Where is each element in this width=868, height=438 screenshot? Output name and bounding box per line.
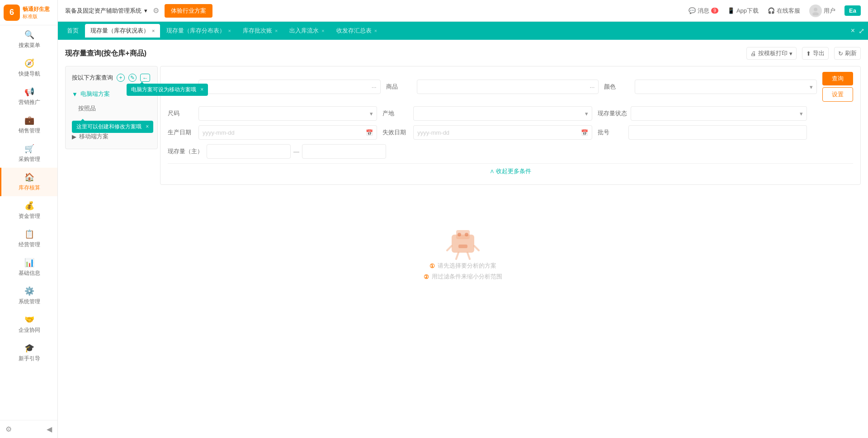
briefcase-icon: 💼	[24, 115, 34, 125]
page-header: 现存量查询(按仓库+商品) 🖨 按模板打印 ▾ ⬆ 导出 ↻ 刷新	[65, 47, 861, 60]
topbar-settings-icon[interactable]: ⚙	[153, 6, 159, 15]
tooltip1-arrow	[140, 80, 144, 84]
svg-point-0	[814, 8, 817, 11]
tooltip2-close-btn[interactable]: ×	[146, 123, 149, 130]
edit-scheme-btn[interactable]: ✎	[128, 74, 137, 82]
chevron-down-icon: ▾	[144, 7, 147, 14]
money-icon: 💰	[24, 201, 34, 211]
tab-close-icon-2[interactable]: ×	[228, 28, 231, 33]
graduation-icon: 🎓	[24, 343, 34, 353]
print-btn[interactable]: 🖨 按模板打印 ▾	[746, 47, 797, 60]
content-area: 现存量查询(按仓库+商品) 🖨 按模板打印 ▾ ⬆ 导出 ↻ 刷新	[58, 40, 868, 438]
system-selector[interactable]: 装备及固定资产辅助管理系统 ▾	[65, 7, 147, 15]
sidebar-item-system[interactable]: ⚙️ 系统管理	[0, 282, 57, 310]
sidebar-item-enterprise[interactable]: 🤝 企业协同	[0, 310, 57, 339]
filter-color: 颜色 ▾	[604, 80, 817, 94]
sidebar-item-guide[interactable]: 🎓 新手引导	[0, 339, 57, 367]
filter-row-2: 尺码 ▾ 产地 ▾	[168, 106, 853, 121]
filter-batch: 批号	[598, 125, 807, 140]
sidebar-item-sales[interactable]: 💼 销售管理	[0, 111, 57, 139]
svg-line-8	[474, 246, 479, 250]
stock-max-input[interactable]	[302, 144, 386, 159]
sidebar-item-operations[interactable]: 📋 经营管理	[0, 225, 57, 253]
chevron-right-icon: ▼	[72, 91, 78, 98]
headset-icon: 🎧	[768, 7, 775, 14]
dots-icon-goods: ···	[590, 84, 595, 90]
settings-icon[interactable]: ⚙	[5, 425, 12, 433]
svg-rect-6	[458, 245, 467, 248]
sidebar: 6 畅通好生意 标准版 🔍 搜索菜单 🧭 快捷导航 📢 营销推广 💼 销售管理 …	[0, 0, 58, 438]
color-select[interactable]: ▾	[635, 80, 817, 94]
production-date-input[interactable]: yyyy-mm-dd 📅	[198, 125, 377, 140]
reset-button[interactable]: 设置	[822, 87, 853, 102]
filter-production-date: 生产日期 yyyy-mm-dd 📅	[168, 125, 377, 140]
sidebar-item-marketing[interactable]: 📢 营销推广	[0, 82, 57, 111]
tab-batch-account[interactable]: 库存批次账 ×	[237, 24, 283, 38]
export-btn[interactable]: ⬆ 导出	[802, 47, 829, 60]
sidebar-item-assets[interactable]: 💰 资金管理	[0, 196, 57, 225]
main-area: 装备及固定资产辅助管理系统 ▾ ⚙ 体验行业方案 💬 消息 9 📱 App下载 …	[58, 0, 868, 438]
origin-select[interactable]: ▾	[413, 106, 592, 121]
filter-fields: 按照品 ··· 商品 ···	[160, 66, 861, 185]
tab-home[interactable]: 首页	[61, 24, 84, 38]
collapse-sidebar-icon[interactable]: ◀	[47, 425, 52, 433]
sidebar-item-inventory[interactable]: 🏠 库存核算	[0, 168, 57, 196]
sidebar-item-search[interactable]: 🔍 搜索菜单	[0, 25, 57, 54]
tab-inventory-status[interactable]: 现存量（库存状况表） ×	[85, 24, 160, 38]
tooltip-scheme-set: 电脑方案可设为移动方案哦 ×	[127, 84, 208, 96]
maximize-icon[interactable]: ⤢	[859, 27, 864, 35]
search-icon: 🔍	[24, 30, 34, 40]
tab-receive-summary[interactable]: 收发存汇总表 ×	[331, 24, 382, 38]
svg-point-4	[458, 233, 461, 236]
topbar-left: 装备及固定资产辅助管理系统 ▾ ⚙ 体验行业方案	[65, 4, 212, 18]
home-icon: 🏠	[24, 172, 34, 182]
sidebar-item-purchase[interactable]: 🛒 采购管理	[0, 139, 57, 168]
chart-icon: 📊	[24, 258, 34, 268]
online-support-action[interactable]: 🎧 在线客服	[768, 7, 800, 15]
tooltip-create-scheme: 这里可以创建和修改方案哦 ×	[72, 121, 153, 133]
tab-close-icon-3[interactable]: ×	[275, 28, 278, 33]
clipboard-icon: 📋	[24, 229, 34, 239]
scheme-item-goods[interactable]: 按照品	[66, 102, 157, 115]
add-scheme-btn[interactable]: +	[117, 74, 125, 82]
query-button[interactable]: 查询	[822, 72, 853, 85]
experience-btn[interactable]: 体验行业方案	[165, 4, 212, 18]
tab-close-icon[interactable]: ×	[152, 28, 155, 33]
sidebar-item-quick[interactable]: 🧭 快捷导航	[0, 54, 57, 82]
tabs-right-actions: × ⤢	[851, 27, 864, 35]
warehouse-select[interactable]: ···	[198, 80, 381, 94]
page-title: 现存量查询(按仓库+商品)	[65, 49, 146, 58]
size-select[interactable]: ▾	[198, 106, 377, 121]
collapse-filter-btn[interactable]: ∧ 收起更多条件	[168, 163, 853, 179]
chevron-down-status-icon: ▾	[800, 110, 803, 117]
sidebar-item-base[interactable]: 📊 基础信息	[0, 253, 57, 282]
stock-min-input[interactable]	[207, 144, 291, 159]
tab-inventory-distribution[interactable]: 现存量（库存分布表） ×	[161, 24, 236, 38]
batch-input[interactable]	[628, 125, 807, 140]
gear-icon: ⚙️	[24, 286, 34, 296]
calendar-icon-expiry: 📅	[581, 129, 588, 136]
tooltip1-close-btn[interactable]: ×	[200, 86, 203, 93]
phone-icon: 📱	[727, 7, 735, 14]
expiry-date-input[interactable]: yyyy-mm-dd 📅	[413, 125, 592, 140]
user-action[interactable]: 用户	[809, 5, 835, 17]
message-action[interactable]: 💬 消息 9	[689, 7, 718, 15]
tab-close-icon-5[interactable]: ×	[374, 28, 377, 33]
stock-status-select[interactable]: ▾	[631, 106, 807, 121]
svg-line-7	[447, 246, 452, 250]
tab-close-icon-4[interactable]: ×	[321, 28, 324, 33]
export-icon: ⬆	[806, 50, 811, 57]
goods-select[interactable]: ···	[417, 80, 599, 94]
chevron-right-icon-mobile: ▶	[72, 133, 76, 140]
sidebar-bottom: ⚙ ◀	[0, 420, 57, 438]
close-all-tabs-icon[interactable]: ×	[851, 27, 855, 35]
tab-inout-flow[interactable]: 出入库流水 ×	[284, 24, 330, 38]
filter-section-label: 按以下方案查询	[72, 74, 113, 82]
sidebar-nav: 🔍 搜索菜单 🧭 快捷导航 📢 营销推广 💼 销售管理 🛒 采购管理 🏠 库存核…	[0, 25, 57, 420]
scheme-panel: 按以下方案查询 + ✎ ← 电脑方案可设为移动方案哦 × ▼	[65, 66, 158, 149]
message-icon: 💬	[689, 7, 696, 14]
svg-line-9	[456, 253, 458, 259]
app-download-action[interactable]: 📱 App下载	[727, 7, 759, 15]
refresh-btn[interactable]: ↻ 刷新	[834, 47, 861, 60]
filter-stock-status: 现存量状态 ▾	[598, 106, 807, 121]
